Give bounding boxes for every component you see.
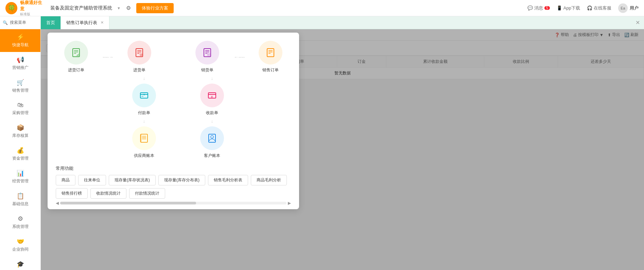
content-area: ❓ 帮助 🖨 按模板打印 ▼ ⬆ 导出 🔄 刷新 — [41, 29, 644, 270]
search-menu-item[interactable]: 🔍 搜索菜单 — [0, 16, 40, 29]
operations-icon: 📊 — [17, 169, 24, 177]
flow-node-purchase-order[interactable]: 进货订单 — [56, 41, 97, 73]
flow-row-down-arrows: ↓ ↓ — [56, 76, 291, 81]
scroll-right-icon[interactable]: ▶ — [288, 201, 291, 205]
sidebar-label-sales: 销售管理 — [12, 88, 29, 93]
flow-row-3: 供应商账本 — [56, 126, 291, 159]
scroll-left-icon[interactable]: ◀ — [56, 201, 59, 205]
flow-node-sales-order[interactable]: 销售订单 — [250, 41, 291, 73]
func-btn-product[interactable]: 商品 — [56, 175, 75, 185]
user-area[interactable]: Ea 用户 — [618, 3, 639, 13]
common-function-buttons-2: 销售排行榜 收款情况统计 付款情况统计 — [56, 188, 291, 199]
tab-bar: 首页 销售订单执行表 ✕ ✕ — [41, 16, 644, 29]
down-arrow-sb: ↓ — [192, 76, 232, 81]
down-arrow-rec: ↓ — [192, 119, 232, 124]
sidebar-item-sales[interactable]: 🛒 销售管理 — [0, 75, 40, 97]
sidebar-item-marketing[interactable]: 📢 营销推广 — [0, 52, 40, 75]
svg-rect-30 — [140, 134, 141, 142]
down-arrow-sb-icon: ↓ — [211, 76, 213, 81]
down-arrow-pay: ↓ — [124, 119, 164, 124]
func-btn-sales-margin[interactable]: 销售毛利分析表 — [208, 175, 248, 185]
tab-bar-close-button[interactable]: ✕ — [636, 19, 640, 26]
arrow-so-to-sb: ← - - - - — [228, 54, 250, 60]
flow-node-receipt[interactable]: ¥ 收款单 — [192, 84, 232, 116]
tab-home-label: 首页 — [46, 20, 55, 26]
scroll-thumb — [60, 202, 196, 204]
modal-overlay: 进货订单 - - - - → — [41, 29, 644, 270]
sales-icon: 🛒 — [17, 79, 24, 86]
func-btn-partner[interactable]: 往来单位 — [78, 175, 106, 185]
flow-node-payment[interactable]: ¥ 付款单 — [124, 84, 164, 116]
func-btn-payment-stats[interactable]: 付款情况统计 — [129, 188, 165, 199]
tab-close-icon[interactable]: ✕ — [101, 20, 104, 25]
svg-text:✓: ✓ — [140, 54, 142, 56]
payment-label: 付款单 — [138, 110, 150, 116]
purchase-icon: 🛍 — [17, 102, 23, 109]
purchase-bill-circle: ✓ — [127, 41, 151, 65]
sidebar-item-purchase[interactable]: 🛍 采购管理 — [0, 97, 40, 120]
sidebar-label-quick-nav: 快捷导航 — [12, 42, 29, 48]
logo-area: 🍀 畅康通好生意 标准版 — [5, 0, 46, 17]
scroll-track[interactable] — [60, 202, 286, 204]
func-btn-sales-rank[interactable]: 销售排行榜 — [56, 188, 88, 199]
sidebar-label-purchase: 采购管理 — [12, 110, 29, 116]
system-icon: ⚙ — [18, 215, 23, 222]
flow-node-sales-bill[interactable]: 销货单 — [187, 41, 228, 73]
main-layout: 🔍 搜索菜单 ⚡ 快捷导航 📢 营销推广 🛒 销售管理 🛍 采购管理 📦 库存核… — [0, 16, 644, 270]
sidebar-item-enterprise[interactable]: 🤝 企业协同 — [0, 234, 40, 256]
quick-nav-modal: 进货订单 - - - - → — [48, 33, 299, 209]
sidebar-item-inventory[interactable]: 📦 库存核算 — [0, 120, 40, 143]
message-button[interactable]: 💬 消息 5 — [527, 5, 550, 11]
header-actions: 💬 消息 5 📱 App下载 🎧 在线客服 Ea 用户 — [527, 3, 639, 13]
sidebar-item-finance[interactable]: 💰 资金管理 — [0, 143, 40, 165]
arrow-po-to-pb: - - - - → — [97, 54, 119, 60]
common-function-buttons: 商品 往来单位 现存量(库存状况表) 现存量(库存分布表) 销售毛利分析表 商品… — [56, 175, 291, 185]
purchase-bill-label: 进货单 — [133, 67, 145, 73]
purchase-order-label: 进货订单 — [68, 67, 84, 73]
flow-node-supplier-ledger[interactable]: 供应商账本 — [124, 126, 164, 159]
service-icon: 🎧 — [587, 5, 592, 11]
sidebar-label-operations: 经营管理 — [12, 178, 29, 184]
payment-icon: ¥ — [139, 90, 150, 101]
logo-text: 畅康通好生意 标准版 — [20, 0, 46, 17]
sidebar-item-basic-info[interactable]: 📋 基础信息 — [0, 188, 40, 211]
sidebar-item-system[interactable]: ⚙ 系统管理 — [0, 211, 40, 234]
settings-gear-button[interactable]: ⚙ — [125, 3, 132, 13]
flow-node-customer-ledger[interactable]: 客户账本 — [192, 126, 232, 159]
flow-row-down-arrows-2: ↓ ↓ — [56, 119, 291, 124]
sidebar: 🔍 搜索菜单 ⚡ 快捷导航 📢 营销推广 🛒 销售管理 🛍 采购管理 📦 库存核… — [0, 16, 41, 270]
sidebar-item-operations[interactable]: 📊 经营管理 — [0, 165, 40, 188]
supplier-ledger-circle — [132, 126, 156, 150]
message-label: 消息 — [534, 5, 543, 11]
func-btn-stock-dist[interactable]: 现存量(库存分布表) — [158, 175, 205, 185]
purchase-bill-icon: ✓ — [134, 47, 145, 58]
logo-main: 畅康通好生意 — [20, 0, 46, 12]
down-arrow-pay-icon: ↓ — [143, 119, 145, 124]
sales-order-circle — [259, 41, 282, 65]
svg-rect-26 — [141, 134, 147, 142]
customer-ledger-label: 客户账本 — [204, 153, 220, 159]
purchase-order-icon — [71, 47, 82, 58]
online-service-label: 在线客服 — [594, 5, 611, 11]
inventory-icon: 📦 — [17, 124, 24, 131]
flow-node-purchase-bill[interactable]: ✓ 进货单 — [119, 41, 160, 73]
func-btn-stock-status[interactable]: 现存量(库存状况表) — [109, 175, 156, 185]
trial-button[interactable]: 体验行业方案 — [136, 3, 174, 13]
app-download-label: App下载 — [563, 5, 580, 11]
func-btn-receipt-stats[interactable]: 收款情况统计 — [90, 188, 126, 199]
common-functions-section: 常用功能 商品 往来单位 现存量(库存状况表) 现存量(库存分布表) 销售毛利分… — [56, 165, 291, 199]
modal-scrollbar: ◀ ▶ — [56, 199, 291, 208]
sidebar-label-system: 系统管理 — [12, 224, 29, 230]
tab-sales-order-exec[interactable]: 销售订单执行表 ✕ — [61, 16, 109, 29]
tab-sales-order-exec-label: 销售订单执行表 — [66, 20, 97, 26]
app-download-button[interactable]: 📱 App下载 — [557, 5, 580, 11]
quick-nav-icon: ⚡ — [17, 33, 24, 41]
receipt-circle: ¥ — [200, 84, 224, 107]
online-service-button[interactable]: 🎧 在线客服 — [587, 5, 611, 11]
tab-home[interactable]: 首页 — [41, 16, 61, 29]
sidebar-item-guide[interactable]: 🎓 新手引导 — [0, 256, 40, 270]
purchase-order-circle — [64, 41, 88, 65]
common-functions-title: 常用功能 — [56, 165, 291, 172]
func-btn-product-margin[interactable]: 商品毛利分析 — [251, 175, 287, 185]
sidebar-item-quick-nav[interactable]: ⚡ 快捷导航 — [0, 29, 40, 52]
